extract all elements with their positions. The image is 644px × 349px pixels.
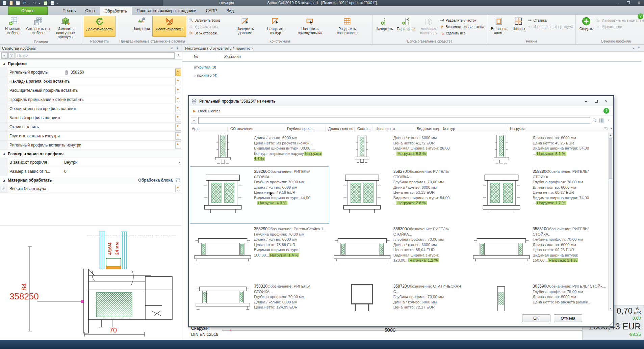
tab-cad[interactable]: САПР [201,7,222,15]
browse-button[interactable]: ▶... [175,96,181,103]
col-load[interactable]: Нагрузка [507,126,603,131]
collapsed-icon[interactable]: ▷ [2,187,5,190]
row-connector-profile[interactable]: Соединительный профиль вставить▶... [0,104,182,113]
delete-all-section-button[interactable]: Удалить все [596,24,644,29]
section-size[interactable]: ◢Размер в завис.от профиля [0,150,182,158]
create-section-button[interactable]: Создать [577,16,596,32]
sort-icon[interactable] [603,126,609,132]
row-drip-profile[interactable]: Отлив вставить▶... [0,123,182,132]
ok-button[interactable]: OK [522,314,550,322]
profile-tile[interactable]: 358720Обозначение: СТАТИЧЕСКАЯ С... Глуб… [329,281,469,311]
browse-button[interactable]: ▶... [175,141,181,149]
profile-tile[interactable]: Длина / кол-во: 6000 мм Цена нетто: 41,7… [329,133,469,166]
dialog-search-icon[interactable] [591,117,597,124]
parallels-button[interactable]: Параллели [395,16,417,32]
tab-general[interactable]: Общее [8,6,48,15]
settings-button[interactable]: Настройки [130,16,152,37]
show-on-view-button[interactable]: Изобразить на виде элемента [596,17,644,23]
sidebar-search-icon[interactable] [175,53,181,58]
column-instructions[interactable]: Указания [224,54,241,58]
tree-row-accepted[interactable]: ▷ принято (4) [194,73,217,77]
divide-section-button[interactable]: Разделить участок [439,17,486,23]
col-designation[interactable]: Обозначение [228,126,284,131]
profile-tile[interactable]: Длина / кол-во: 6000 мм Цена нетто: 45,2… [468,133,608,166]
filter-button[interactable] [8,52,15,59]
browse-button[interactable]: ▶... [175,185,181,192]
process-block-link[interactable]: Обработка блока [138,178,173,183]
row-enter-article[interactable]: ▷Ввести № артикула▶... [0,184,182,193]
tab-dimensions[interactable]: Проставить размеры и надписи [132,7,201,15]
undo-dropdown-icon[interactable]: ▾ [28,2,31,5]
active-plane-button[interactable]: Активная плоскость [417,16,440,36]
qat-customize-icon[interactable]: ⌄ [56,2,59,5]
row-rigel-profile[interactable]: Ригельный профиль 358250 ▶... [0,68,182,77]
redo-dropdown-icon[interactable]: ▾ [39,2,42,5]
profile-tile[interactable]: 358270Обозначение: РИГЕЛЬ/СТОЙКА... Глуб… [329,166,469,224]
collapse-all-button[interactable]: ˄ [1,52,8,59]
browse-button[interactable]: ▶... [175,123,181,131]
save-icon[interactable] [15,1,21,6]
row-fixed-glazing-inside[interactable]: Глух.ств. вставить изнутри▶... [0,132,182,141]
row-size-dependent[interactable]: В завис.от профиляВнутри▾ [0,158,182,167]
expanded-icon[interactable]: ◢ [3,152,6,156]
load-sketch-button[interactable]: Загрузить эскиз [188,17,230,23]
profile-tile[interactable]: 363690Обозначение: РИГЕЛЬ/ СТОЙК... Глуб… [468,281,608,311]
col-state[interactable]: Состо... [355,126,373,131]
row-size-offset[interactable]: Размер в завис.от п...0 [0,167,182,176]
change-template-button[interactable]: Изменить шаблон [1,16,25,36]
browse-button[interactable]: ▶... [175,87,181,94]
panel-menu-icon[interactable]: ▾ [169,46,175,51]
row-extension-profile[interactable]: Расширительный профиль вставить▶... [0,86,182,95]
aux-point-button[interactable]: Вспомогательная точка [439,24,486,29]
profile-tile[interactable]: Длина / кол-во: 6000 мм Цена нетто: Из р… [190,133,329,166]
profile-tile[interactable]: 358300Обозначение: РИГЕЛЬ/СТОЙКА... Глуб… [329,224,469,281]
deactivate-calc-button[interactable]: Деактивировать [84,16,115,37]
section-material[interactable]: ◢Материал обработать Обработка блока [0,176,182,184]
sprossen-button[interactable]: Шпросы [509,16,527,32]
profile-tile[interactable]: 358320Обозначение: РИГЕЛЬ/СТОЙКА... Глуб… [190,281,329,311]
profile-tile[interactable]: 358290Обозначение: Ригель/Стойка 1... Гл… [190,224,329,281]
tab-print[interactable]: Печать [58,7,80,15]
instructions-pin-icon[interactable] [636,46,641,51]
panel-pin-icon[interactable] [175,46,180,51]
instructions-menu-icon[interactable]: ▾ [630,46,636,51]
browse-button[interactable]: ▶... [175,105,181,112]
col-net-price[interactable]: Цена нетто [373,126,414,131]
resize-grip[interactable] [609,322,613,326]
draw-contour-button[interactable]: Начертить контур [261,16,290,36]
delete-all-aux-button[interactable]: Удалить все [439,30,486,36]
close-button[interactable]: × [636,1,642,5]
browse-button[interactable]: ▶... [175,132,181,140]
sidebar-search-input[interactable] [16,52,175,59]
dialog-search-input[interactable] [198,117,590,124]
dropdown-icon[interactable]: ▾ [178,161,180,164]
tab-edit[interactable]: Обработать [100,7,132,15]
profile-tile[interactable]: 358310Обозначение: РИГЕЛЬ/СТОЙКА... Глуб… [468,224,608,281]
browse-button[interactable]: ▶... [175,78,181,85]
scroll-up-arrow[interactable]: ▲ [609,133,613,137]
tab-window[interactable]: Окно [81,7,100,15]
sort-dropdown-icon[interactable]: ▾ [609,127,613,130]
row-wall-adjacent-profile[interactable]: Профиль примыкания к стене вставить▶... [0,95,182,104]
scroll-down-arrow[interactable]: ▼ [609,306,613,311]
browse-button[interactable]: ▶... [175,114,181,122]
insert-element-button[interactable]: Вставной элем. [488,16,509,36]
col-length[interactable]: Длина / кол-во [326,126,355,131]
col-depth[interactable]: Глубина проф... [284,126,326,131]
help-icon[interactable]: ? [638,14,643,19]
dialog-collapse-button[interactable]: ˄ [191,117,197,124]
save-as-template-button[interactable]: Сохранить как шаблон [25,16,51,36]
tree-row-open[interactable]: открытая (0) [194,65,216,69]
change-articles-button[interactable]: Изменить поштучные артикулы [51,16,80,40]
collapsed-icon[interactable]: ▷ [194,74,197,77]
maximize-button[interactable] [625,1,631,5]
col-visible-width[interactable]: Видимая шир... [414,126,440,131]
divide-surface-button[interactable]: Разделить поверхность [330,16,365,36]
deactivate-prestatic-button[interactable]: Деактивировать [152,16,186,37]
calculate-icon[interactable] [43,1,48,6]
dialog-titlebar[interactable]: Ригельный профиль '358250' изменить – × [189,96,613,106]
noise-insulation-button[interactable]: Изоляция от возд. шума [527,24,574,29]
column-number[interactable]: № [194,54,198,58]
dialog-help-icon[interactable]: ? [603,108,609,114]
tab-view[interactable]: Вид [222,7,238,15]
